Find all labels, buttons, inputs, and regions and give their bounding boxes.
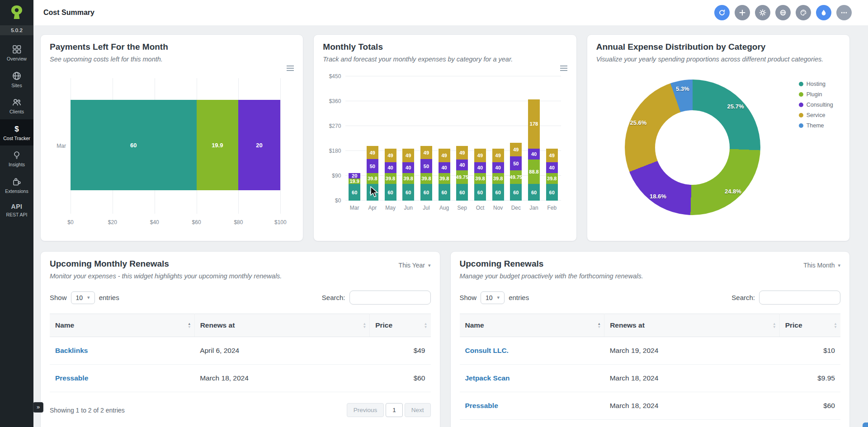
bar-value-label: 60 [406, 190, 411, 195]
bar-column[interactable]: 495049.7560Dec [507, 76, 525, 201]
app-logo[interactable] [9, 5, 24, 22]
bar-column[interactable]: 2019.960Mar [345, 76, 363, 201]
column-header-name[interactable]: Name ▴▾ [50, 314, 194, 337]
bar-segment-consulting: 40 [456, 160, 468, 170]
sidebar-item-insights[interactable]: Insights [0, 145, 33, 172]
stacked-bar: 494049.7560 [456, 146, 468, 201]
stacked-bar[interactable]: 6019.920 [71, 100, 280, 190]
add-button[interactable] [735, 5, 750, 20]
settings-button[interactable] [755, 5, 770, 20]
cell-name: Pressable [460, 392, 604, 420]
axis-tick-label: $60 [192, 219, 201, 225]
renewal-link[interactable]: Pressable [465, 402, 498, 409]
legend-item[interactable]: Hosting [799, 81, 833, 87]
cell-price: $49 [370, 337, 431, 365]
cell-name: Consult LLC. [460, 337, 604, 365]
bar-column[interactable]: 494039.860May [382, 76, 400, 201]
bar-column[interactable]: 494039.860Nov [489, 76, 507, 201]
table-controls: Show 10 ▾ entries Search: [50, 291, 431, 305]
column-header-renews-at[interactable]: Renews at ▴▾ [194, 314, 370, 337]
bar-segment-consulting: 40 [528, 149, 540, 160]
bar-segment-hosting: 60 [528, 184, 540, 201]
sidebar-item-overview[interactable]: Overview [0, 40, 33, 66]
more-button[interactable] [836, 5, 852, 20]
column-header-name[interactable]: Name ▴▾ [460, 314, 604, 337]
table-body: Consult LLC.March 19, 2024$10Jetpack Sca… [460, 337, 841, 420]
scroll-top-button[interactable] [863, 422, 868, 427]
previous-page-button[interactable]: Previous [347, 403, 384, 417]
bar-segment-service: 178 [528, 99, 540, 149]
page-number-button[interactable]: 1 [386, 403, 403, 417]
chevron-down-icon: ▾ [497, 295, 500, 300]
bar-column[interactable]: 495039.860Jul [417, 76, 435, 201]
chart-menu-icon[interactable] [560, 65, 567, 73]
sidebar-item-extensions[interactable]: Extensions [0, 172, 33, 199]
sort-icon: ▴▾ [425, 322, 426, 328]
bar-column[interactable]: 494049.7560Sep [453, 76, 471, 201]
renewal-link[interactable]: Jetpack Scan [465, 374, 510, 382]
period-filter-dropdown[interactable]: This Month ▾ [803, 262, 840, 269]
sidebar-item-clients[interactable]: Clients [0, 93, 33, 119]
legend-item[interactable]: Service [799, 112, 833, 118]
column-header-price[interactable]: Price ▴▾ [779, 314, 840, 337]
column-header-price[interactable]: Price ▴▾ [370, 314, 431, 337]
bar-value-label: 20 [256, 142, 262, 149]
sort-icon: ▴▾ [189, 322, 190, 328]
renewal-link[interactable]: Backlinks [55, 347, 88, 354]
sites-button[interactable] [775, 5, 791, 20]
legend-item[interactable]: Plugin [799, 91, 833, 98]
axis-tick-label: $90 [332, 173, 341, 179]
gear-icon [759, 9, 766, 16]
next-page-button[interactable]: Next [405, 403, 431, 417]
card-title: Upcoming Renewals [460, 259, 841, 269]
chart-menu-icon[interactable] [287, 65, 294, 73]
bar-column[interactable]: 494039.860Aug [435, 76, 453, 201]
table-row: Consult LLC.March 19, 2024$10 [460, 337, 841, 365]
bar-column[interactable]: 494039.860Oct [471, 76, 489, 201]
refresh-button[interactable] [714, 5, 730, 20]
bar-segment-consulting: 20 [238, 100, 280, 190]
axis-tick-label: $450 [329, 73, 341, 80]
cell-renews-at: March 19, 2024 [604, 337, 780, 365]
bar-column[interactable]: 494039.860Jun [399, 76, 417, 201]
search-input[interactable] [759, 291, 840, 305]
page-size-select[interactable]: 10 ▾ [71, 291, 95, 304]
bar-column[interactable]: 495039.860Apr [363, 76, 382, 201]
bar-segment-plugin: 49.75 [510, 170, 522, 184]
page-size-select[interactable]: 10 ▾ [481, 291, 505, 304]
bar-column[interactable]: 1784088.860Jan [525, 76, 543, 201]
bar-value-label: 49 [406, 153, 411, 158]
legend-dot [799, 103, 803, 107]
sidebar-expand-button[interactable]: » [33, 402, 43, 413]
theme-button[interactable] [796, 5, 811, 20]
bulb-icon [12, 150, 22, 160]
search-label: Search: [322, 294, 345, 301]
bar-value-label: 49 [549, 153, 555, 158]
renewal-link[interactable]: Consult LLC. [465, 347, 509, 354]
sidebar-item-rest-api[interactable]: API REST API [0, 198, 33, 222]
legend-item[interactable]: Consulting [799, 102, 833, 108]
topbar-actions [714, 5, 852, 20]
stacked-bar: 494039.860 [385, 149, 396, 201]
plot-area: $0$90$180$270$360$4502019.960Mar495039.8… [345, 76, 561, 201]
period-filter-dropdown[interactable]: This Year ▾ [399, 262, 431, 269]
cost-tracker-button[interactable] [816, 5, 831, 20]
bar-column[interactable]: 494039.860Feb [543, 76, 561, 201]
bar-value-label: 39.8 [421, 176, 431, 181]
legend-item[interactable]: Theme [799, 122, 833, 129]
table-row: PressableMarch 18, 2024$60 [50, 365, 431, 392]
bar-segment-consulting: 50 [510, 156, 522, 170]
ellipsis-icon [840, 9, 848, 16]
search-input[interactable] [349, 291, 431, 305]
column-header-renews-at[interactable]: Renews at ▴▾ [604, 314, 780, 337]
bar-segment-consulting: 40 [546, 162, 558, 173]
chevron-down-icon: ▾ [87, 295, 90, 300]
sidebar-item-sites[interactable]: Sites [0, 66, 33, 93]
stacked-bar: 494039.860 [474, 149, 486, 201]
bar-value-label: 40 [495, 165, 501, 170]
bar-value-label: 40 [441, 165, 447, 170]
renewal-link[interactable]: Pressable [55, 374, 88, 382]
bar-segment-service: 49 [402, 149, 414, 162]
bar-segment-consulting: 40 [439, 162, 450, 173]
sidebar-item-cost-tracker[interactable]: $ Cost Tracker [0, 119, 33, 146]
